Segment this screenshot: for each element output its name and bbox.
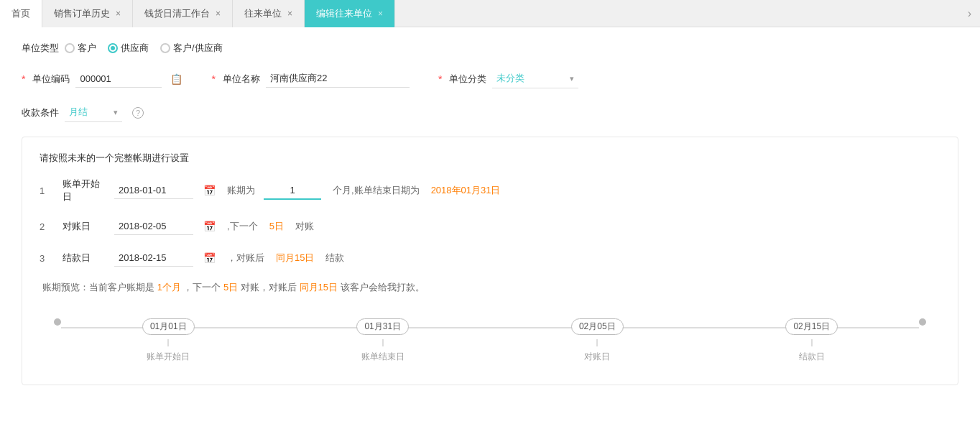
- timeline-start-dot: [54, 318, 61, 326]
- unit-type-group: 单位类型 客户 供应商 客户/供应商: [22, 42, 223, 55]
- close-tab-edit-partner-icon[interactable]: ×: [378, 9, 383, 19]
- preview-mid: 对账，对账后: [241, 282, 297, 293]
- radio-both-label: 客户/供应商: [173, 42, 223, 55]
- radio-both[interactable]: 客户/供应商: [160, 42, 223, 55]
- unit-code-label: 单位编码: [32, 73, 70, 86]
- row-3-number: 3: [40, 253, 54, 264]
- row-3-desc-suffix: 结款: [325, 252, 344, 264]
- tab-partner-unit-label: 往来单位: [244, 7, 282, 20]
- timeline: 01月01日 账单开始日 01月31日 账单结束日 02月05日 对账日 02月…: [40, 311, 940, 370]
- close-tab-sales-history-icon[interactable]: ×: [116, 9, 121, 19]
- unit-info-row: * 单位编码 📋 * 单位名称 * 单位分类 未分类 ▾: [22, 69, 958, 88]
- tab-partner-unit[interactable]: 往来单位 ×: [233, 0, 305, 27]
- row-1-desc-suffix: 个月,账单结束日期为: [333, 184, 420, 197]
- unit-type-radio-group: 客户 供应商 客户/供应商: [65, 42, 223, 55]
- preview-part2: 5日: [223, 282, 238, 293]
- payment-terms-label: 收款条件: [22, 106, 59, 119]
- unit-category-group: * 单位分类 未分类 ▾: [438, 69, 578, 88]
- start-date-input[interactable]: [114, 182, 193, 199]
- unit-name-required: *: [211, 73, 215, 85]
- preview-end: 该客户会给我打款。: [341, 282, 425, 293]
- payment-terms-arrow-icon: ▾: [114, 108, 118, 117]
- settings-row-3: 3 结款日 📅 ，对账后 同月15日 结款: [40, 249, 940, 267]
- payment-terms-help-icon[interactable]: ?: [132, 107, 144, 119]
- timeline-badge-3: 02月15日: [785, 318, 838, 335]
- timeline-end-dot: [919, 318, 926, 326]
- unit-code-copy-icon[interactable]: 📋: [170, 73, 182, 85]
- period-input[interactable]: [264, 182, 321, 200]
- payment-terms-group: 收款条件 月结 ▾ ?: [22, 103, 144, 122]
- timeline-point-0: 01月01日 账单开始日: [142, 318, 195, 363]
- timeline-point-start-dot: [54, 318, 61, 326]
- timeline-connector-1: [382, 339, 384, 346]
- unit-name-group: * 单位名称: [211, 70, 409, 88]
- main-content: 单位类型 客户 供应商 客户/供应商 * 单位编码: [0, 27, 980, 437]
- row-2-label: 对账日: [63, 220, 106, 233]
- row-2-desc-prefix: ,下一个: [227, 220, 258, 233]
- tab-edit-partner-label: 编辑往来单位: [316, 7, 372, 20]
- timeline-label-3: 结款日: [799, 351, 825, 363]
- unit-category-required: *: [438, 73, 442, 85]
- radio-supplier[interactable]: 供应商: [108, 42, 149, 55]
- unit-name-input[interactable]: [266, 70, 410, 88]
- timeline-badge-0: 01月01日: [142, 318, 195, 335]
- row-3-highlight: 同月15日: [276, 252, 314, 264]
- close-tab-partner-unit-icon[interactable]: ×: [287, 9, 292, 19]
- radio-supplier-circle: [108, 43, 118, 53]
- payment-terms-dropdown[interactable]: 月结 ▾: [65, 103, 122, 122]
- reconcile-date-calendar-icon[interactable]: 📅: [203, 221, 216, 232]
- radio-both-circle: [160, 43, 170, 53]
- timeline-label-1: 账单结束日: [361, 351, 405, 363]
- unit-category-value: 未分类: [496, 72, 567, 85]
- row-2-highlight: 5日: [269, 220, 284, 233]
- row-1-highlight: 2018年01月31日: [431, 184, 501, 197]
- row-1-number: 1: [40, 185, 54, 196]
- settings-row-2: 2 对账日 📅 ,下一个 5日 对账: [40, 218, 940, 235]
- payment-terms-value: 月结: [69, 106, 111, 119]
- unit-type-row: 单位类型 客户 供应商 客户/供应商: [22, 42, 958, 55]
- row-1-desc-prefix: 账期为: [227, 184, 255, 197]
- timeline-label-2: 对账日: [584, 351, 610, 363]
- tab-cash-workbench[interactable]: 钱货日清工作台 ×: [133, 0, 233, 27]
- row-3-desc-prefix: ，对账后: [227, 252, 264, 264]
- timeline-connector-3: [811, 339, 813, 346]
- unit-name-label: 单位名称: [223, 73, 260, 86]
- row-2-number: 2: [40, 221, 54, 232]
- tab-sales-history[interactable]: 销售订单历史 ×: [42, 0, 133, 27]
- tab-sales-history-label: 销售订单历史: [54, 7, 110, 20]
- unit-category-arrow-icon: ▾: [570, 74, 574, 83]
- start-date-calendar-icon[interactable]: 📅: [203, 185, 216, 196]
- unit-code-input[interactable]: [75, 70, 162, 88]
- row-3-label: 结款日: [63, 252, 106, 264]
- timeline-connector-0: [167, 339, 169, 346]
- preview-comma1: ，下一个: [183, 282, 221, 293]
- tab-expand-button[interactable]: ›: [959, 7, 980, 20]
- payment-date-input[interactable]: [114, 249, 193, 267]
- tab-edit-partner[interactable]: 编辑往来单位 ×: [305, 0, 395, 27]
- preview-part3: 同月15日: [300, 282, 338, 293]
- radio-customer[interactable]: 客户: [65, 42, 96, 55]
- preview-section: 账期预览：当前客户账期是 1个月 ，下一个 5日 对账，对账后 同月15日 该客…: [40, 281, 940, 294]
- timeline-point-1: 01月31日 账单结束日: [356, 318, 409, 363]
- row-2-desc-suffix: 对账: [295, 220, 314, 233]
- unit-code-group: * 单位编码 📋: [22, 70, 182, 88]
- payment-date-calendar-icon[interactable]: 📅: [203, 252, 216, 264]
- tab-home-label: 首页: [11, 7, 30, 20]
- timeline-badge-2: 02月05日: [571, 318, 624, 335]
- close-tab-cash-workbench-icon[interactable]: ×: [216, 9, 221, 19]
- reconcile-date-input[interactable]: [114, 218, 193, 235]
- timeline-point-3: 02月15日 结款日: [785, 318, 838, 363]
- radio-customer-circle: [65, 43, 75, 53]
- unit-type-label: 单位类型: [22, 42, 59, 55]
- timeline-point-end-dot: [919, 318, 926, 326]
- unit-category-dropdown[interactable]: 未分类 ▾: [492, 69, 578, 88]
- timeline-badge-1: 01月31日: [356, 318, 409, 335]
- settings-row-1: 1 账单开始日 📅 账期为 个月,账单结束日期为 2018年01月31日: [40, 178, 940, 203]
- preview-label: 账期预览：当前客户账期是: [42, 282, 154, 293]
- radio-supplier-label: 供应商: [121, 42, 149, 55]
- tab-home[interactable]: 首页: [0, 0, 42, 27]
- payment-terms-row: 收款条件 月结 ▾ ?: [22, 103, 958, 122]
- unit-code-required: *: [22, 73, 25, 85]
- radio-customer-label: 客户: [78, 42, 96, 55]
- settings-title: 请按照未来的一个完整帐期进行设置: [40, 152, 940, 165]
